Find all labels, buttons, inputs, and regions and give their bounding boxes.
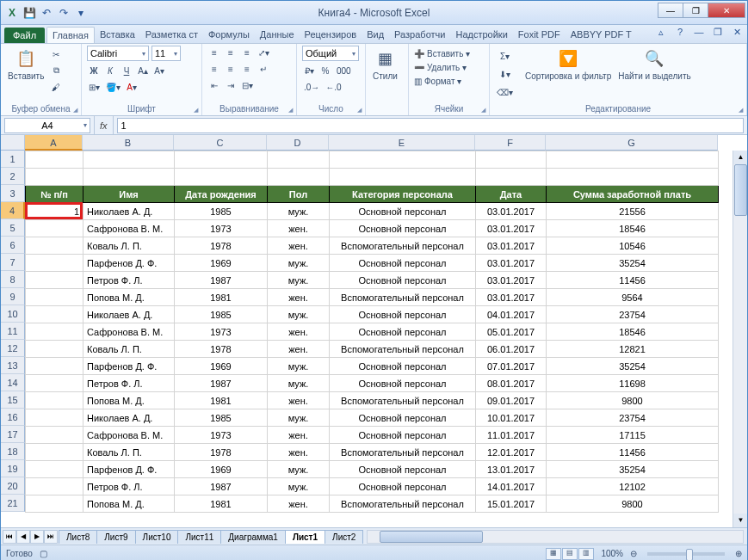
cell[interactable]: муж. — [268, 478, 330, 495]
cell[interactable]: муж. — [268, 203, 330, 220]
fx-icon[interactable]: fx — [94, 116, 114, 134]
last-sheet-icon[interactable]: ⏭ — [44, 530, 58, 544]
cell[interactable]: Основной персонал — [330, 409, 476, 427]
cell[interactable]: муж. — [268, 272, 330, 289]
row-header[interactable]: 17 — [1, 426, 25, 443]
cell[interactable] — [26, 237, 83, 255]
percent-icon[interactable]: % — [318, 64, 332, 77]
ribbon-tab-8[interactable]: Надстройки — [450, 27, 512, 43]
cell[interactable] — [26, 427, 83, 444]
format-cells-button[interactable]: ▥Формат ▾ — [414, 77, 461, 86]
cell[interactable] — [330, 151, 476, 169]
cell[interactable]: муж. — [268, 461, 330, 478]
cell[interactable]: муж. — [268, 358, 330, 375]
cell[interactable]: 1985 — [175, 203, 268, 220]
vertical-scrollbar[interactable]: ▲ ▼ — [733, 151, 747, 527]
zoom-slider[interactable] — [647, 552, 725, 556]
minimize-ribbon-icon[interactable]: ▵ — [654, 27, 668, 38]
cell[interactable]: Парфенов Д. Ф. — [83, 461, 175, 478]
cell[interactable]: 23754 — [547, 409, 719, 427]
cell[interactable]: 9800 — [547, 495, 719, 513]
cell[interactable] — [26, 341, 83, 358]
horizontal-scrollbar[interactable] — [367, 530, 744, 544]
cell[interactable]: Сумма заработной плать — [547, 186, 719, 203]
normal-view-icon[interactable]: ▦ — [546, 548, 561, 560]
cell[interactable]: жен. — [268, 392, 330, 409]
file-tab[interactable]: Файл — [4, 28, 45, 43]
cell[interactable] — [26, 392, 83, 409]
ribbon-tab-9[interactable]: Foxit PDF — [513, 27, 566, 43]
cell[interactable]: 1978 — [175, 237, 268, 255]
cell[interactable] — [268, 151, 330, 169]
excel-icon[interactable]: X — [4, 5, 20, 21]
cell[interactable]: 11.01.2017 — [476, 427, 547, 444]
cell[interactable]: 11456 — [547, 444, 719, 461]
cell[interactable]: Пол — [268, 186, 330, 203]
cell[interactable]: 11698 — [547, 375, 719, 392]
zoom-in-icon[interactable]: ⊕ — [735, 549, 742, 558]
cell[interactable]: 23754 — [547, 306, 719, 323]
cell[interactable]: 03.01.2017 — [476, 255, 547, 272]
paste-button[interactable]: 📋 Вставить — [6, 46, 46, 83]
align-right-icon[interactable]: ≡ — [240, 62, 254, 76]
cell[interactable]: Коваль Л. П. — [83, 444, 175, 461]
cell[interactable]: Парфенов Д. Ф. — [83, 255, 175, 272]
shrink-font-icon[interactable]: A▾ — [152, 64, 166, 77]
row-header[interactable]: 4 — [1, 202, 25, 219]
name-box[interactable]: A4 — [4, 118, 90, 133]
sheet-tab[interactable]: Лист1 — [285, 530, 325, 544]
cell[interactable]: Вспомогательный персонал — [330, 444, 476, 461]
cell[interactable]: 15.01.2017 — [476, 495, 547, 513]
cell[interactable]: Петров Ф. Л. — [83, 478, 175, 495]
wrap-text-icon[interactable]: ↵ — [257, 62, 270, 76]
sheet-tab[interactable]: Лист9 — [96, 530, 135, 544]
row-header[interactable]: 15 — [1, 391, 25, 409]
next-sheet-icon[interactable]: ▶ — [30, 530, 44, 544]
merge-icon[interactable]: ⊟▾ — [240, 78, 255, 92]
row-header[interactable]: 19 — [1, 460, 25, 477]
ribbon-tab-7[interactable]: Разработчи — [389, 27, 450, 43]
cell[interactable]: Вспомогательный персонал — [330, 341, 476, 358]
decrease-decimal-icon[interactable]: ←.0 — [324, 80, 343, 94]
cell[interactable] — [26, 151, 83, 169]
scroll-down-icon[interactable]: ▼ — [733, 514, 747, 527]
minimize-button[interactable]: — — [658, 3, 683, 18]
cell[interactable]: Основной персонал — [330, 358, 476, 375]
align-top-icon[interactable]: ≡ — [207, 46, 221, 59]
cell[interactable]: 08.01.2017 — [476, 375, 547, 392]
cell[interactable]: 1987 — [175, 478, 268, 495]
ribbon-tab-5[interactable]: Рецензиров — [300, 27, 362, 43]
row-header[interactable]: 1 — [1, 151, 25, 168]
align-left-icon[interactable]: ≡ — [207, 62, 221, 76]
ribbon-tab-6[interactable]: Вид — [362, 27, 389, 43]
cell[interactable]: 1987 — [175, 272, 268, 289]
cell[interactable]: 05.01.2017 — [476, 323, 547, 341]
cell[interactable] — [547, 151, 719, 169]
cell[interactable]: 1973 — [175, 427, 268, 444]
number-format-combo[interactable]: Общий — [302, 46, 359, 61]
cell[interactable]: Вспомогательный персонал — [330, 495, 476, 513]
ribbon-tab-4[interactable]: Данные — [255, 27, 300, 43]
cell[interactable] — [26, 289, 83, 306]
underline-button[interactable]: Ч — [120, 64, 133, 77]
cell[interactable] — [476, 169, 547, 186]
row-header[interactable]: 18 — [1, 443, 25, 460]
clear-icon[interactable]: ⌫▾ — [495, 85, 515, 99]
cell[interactable]: Коваль Л. П. — [83, 341, 175, 358]
font-size-combo[interactable]: 11 — [151, 46, 181, 61]
cell[interactable]: 12.01.2017 — [476, 444, 547, 461]
cell[interactable] — [26, 255, 83, 272]
save-icon[interactable]: 💾 — [22, 5, 37, 21]
find-select-button[interactable]: 🔍 Найти и выделить — [616, 46, 692, 83]
column-header[interactable]: G — [546, 135, 718, 151]
sheet-tab[interactable]: Лист2 — [325, 530, 363, 544]
italic-button[interactable]: К — [103, 64, 117, 77]
cell[interactable] — [175, 169, 268, 186]
cell[interactable]: Основной персонал — [330, 375, 476, 392]
cell[interactable]: Вспомогательный персонал — [330, 237, 476, 255]
grow-font-icon[interactable]: A▴ — [136, 64, 150, 77]
cell[interactable]: 03.01.2017 — [476, 220, 547, 237]
cell[interactable]: Основной персонал — [330, 255, 476, 272]
cell[interactable]: 1969 — [175, 255, 268, 272]
insert-cells-button[interactable]: ➕Вставить ▾ — [414, 49, 470, 58]
